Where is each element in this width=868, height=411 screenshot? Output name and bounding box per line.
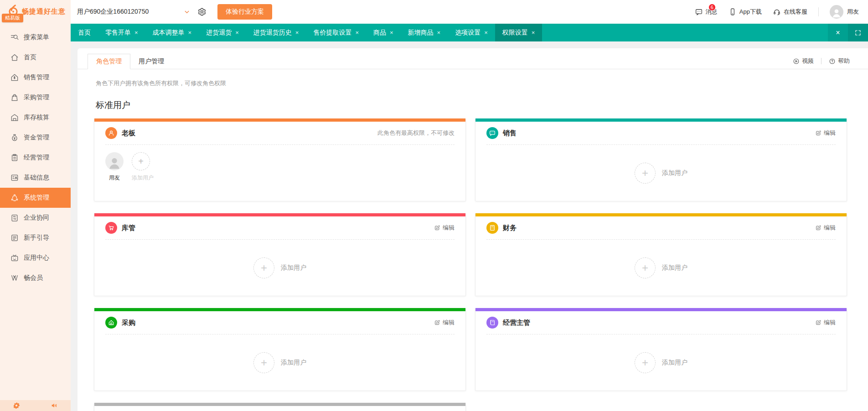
role-cards-grid: 老板 此角色有最高权限，不可修改 用友+添加用户 销售 编辑 +添加用户 <box>94 118 847 411</box>
purchase-icon <box>10 93 19 102</box>
tab-4[interactable]: 进货退货历史 × <box>246 24 306 41</box>
add-user-button[interactable]: + <box>635 257 656 278</box>
tab-close-icon[interactable]: × <box>188 29 192 36</box>
sidebar-item-newbie[interactable]: 新手引导 <box>0 228 71 248</box>
tab-1[interactable]: 零售开单 × <box>98 24 145 41</box>
tab-label: 新增商品 <box>408 29 434 37</box>
sidebar-item-operations[interactable]: 经营管理 <box>0 148 71 168</box>
add-user-button[interactable]: + <box>635 352 656 373</box>
tab-9[interactable]: 权限设置 × <box>495 24 542 41</box>
sidebar-item-basic-info[interactable]: 基础信息 <box>0 168 71 188</box>
plus-icon[interactable]: + <box>132 152 150 170</box>
tab-0[interactable]: 首页 <box>71 24 98 41</box>
message-icon <box>695 8 703 16</box>
newbie-icon <box>10 233 19 242</box>
role-color-bar <box>475 118 847 122</box>
member: 用友 <box>105 152 124 182</box>
add-user-button[interactable]: + <box>635 163 656 184</box>
add-user-label[interactable]: 添加用户 <box>662 264 687 272</box>
sidebar-item-inventory[interactable]: 库存核算 <box>0 108 71 128</box>
app-download-button[interactable]: App下载 <box>728 8 762 16</box>
tab-label: 进货退货 <box>206 29 232 37</box>
edit-role-button[interactable]: 编辑 <box>815 319 836 327</box>
role-name: 财务 <box>503 224 517 232</box>
tab-close-icon[interactable]: × <box>134 29 138 36</box>
account-select[interactable]: 用户690企业1660120750 <box>77 8 191 16</box>
add-user-button[interactable]: + <box>253 257 274 278</box>
tab-user-management[interactable]: 用户管理 <box>130 54 172 69</box>
close-all-tabs-button[interactable]: × <box>828 24 848 41</box>
edit-pencil-icon <box>434 225 440 231</box>
edit-role-button[interactable]: 编辑 <box>815 224 836 232</box>
tab-5[interactable]: 售价提取设置 × <box>306 24 366 41</box>
edit-role-button[interactable]: 编辑 <box>815 129 836 137</box>
role-color-bar <box>475 213 847 216</box>
role-card-header: 经营主管 编辑 <box>475 311 847 334</box>
messages-button[interactable]: 消息 6 <box>695 8 718 16</box>
add-user-label[interactable]: 添加用户 <box>281 359 306 367</box>
sidebar-item-search-menu[interactable]: 搜索菜单 <box>0 27 71 47</box>
role-name: 采购 <box>122 319 135 327</box>
edit-button-label: 编辑 <box>824 129 836 137</box>
add-user-label[interactable]: 添加用户 <box>662 169 687 177</box>
edit-button-label: 编辑 <box>443 319 455 327</box>
user-menu[interactable]: 用友 <box>830 5 859 19</box>
fullscreen-icon[interactable] <box>848 24 868 41</box>
online-service-button[interactable]: 在线客服 <box>773 8 807 16</box>
sidebar-item-app-center[interactable]: 应用中心 <box>0 248 71 268</box>
role-name: 销售 <box>503 129 517 138</box>
role-color-bar <box>94 213 465 216</box>
member-icon <box>10 273 19 283</box>
tab-2[interactable]: 成本调整单 × <box>145 24 199 41</box>
sidebar-item-system[interactable]: 系统管理 <box>0 188 71 208</box>
help-label: 帮助 <box>838 57 850 65</box>
sidebar-item-funds[interactable]: 资金管理 <box>0 128 71 148</box>
sidebar-item-home[interactable]: 首页 <box>0 47 71 67</box>
help-divider <box>821 58 822 64</box>
add-user-label[interactable]: 添加用户 <box>281 264 306 272</box>
tab-8[interactable]: 选项设置 × <box>448 24 495 41</box>
operations-icon <box>10 153 19 162</box>
panel-help-links: 视频 帮助 <box>793 57 850 69</box>
add-user-button[interactable]: +添加用户 <box>132 152 154 182</box>
settings-gear-icon[interactable] <box>13 402 20 409</box>
role-card-header: 财务 编辑 <box>475 216 847 239</box>
edit-role-button[interactable]: 编辑 <box>434 224 455 232</box>
tab-close-icon[interactable]: × <box>295 29 299 36</box>
tab-label: 首页 <box>78 29 91 37</box>
cart-icon <box>105 222 117 234</box>
tab-label: 选项设置 <box>455 29 480 37</box>
tab-3[interactable]: 进货退货 × <box>199 24 246 41</box>
edit-role-button[interactable]: 编辑 <box>434 319 455 327</box>
tab-close-icon[interactable]: × <box>437 29 441 36</box>
sidebar-item-purchase[interactable]: 采购管理 <box>0 87 71 108</box>
add-user-label[interactable]: 添加用户 <box>662 359 687 367</box>
tab-close-icon[interactable]: × <box>532 29 535 36</box>
tab-role-management[interactable]: 角色管理 <box>88 54 130 69</box>
sidebar-item-sales[interactable]: 销售管理 <box>0 67 71 87</box>
gear-icon[interactable] <box>197 7 207 16</box>
tab-close-icon[interactable]: × <box>390 29 393 36</box>
header-right-cluster: 消息 6 App下载 在线客服 <box>695 5 859 19</box>
video-link[interactable]: 视频 <box>793 57 814 65</box>
help-link[interactable]: 帮助 <box>829 57 850 65</box>
app-window: 畅捷通好生意 精易版 搜索菜单 首页 销售管理 采购管理 库存核算 资金管理 经… <box>0 0 868 411</box>
add-user-button[interactable]: + <box>253 352 274 373</box>
role-color-bar <box>94 308 465 311</box>
sidebar-menu: 搜索菜单 首页 销售管理 采购管理 库存核算 资金管理 经营管理 基础信息 系统… <box>0 27 71 288</box>
role-card-body: +添加用户 <box>475 240 847 296</box>
tab-7[interactable]: 新增商品 × <box>401 24 448 41</box>
role-card: 库管 编辑 +添加用户 <box>94 213 466 296</box>
sidebar-item-collab[interactable]: 企业协同 <box>0 208 71 228</box>
tab-label: 权限设置 <box>502 29 528 37</box>
tab-close-icon[interactable]: × <box>355 29 359 36</box>
sidebar-item-member[interactable]: 畅会员 <box>0 268 71 288</box>
content-area: 角色管理 用户管理 视频 <box>71 41 868 411</box>
tab-close-icon[interactable]: × <box>235 29 239 36</box>
role-card-body: +添加用户 <box>475 334 847 391</box>
tab-6[interactable]: 商品 × <box>366 24 401 41</box>
speaker-icon[interactable] <box>51 402 58 409</box>
question-circle-icon <box>829 58 836 65</box>
tab-close-icon[interactable]: × <box>484 29 488 36</box>
trial-industry-plan-button[interactable]: 体验行业方案 <box>217 4 272 20</box>
